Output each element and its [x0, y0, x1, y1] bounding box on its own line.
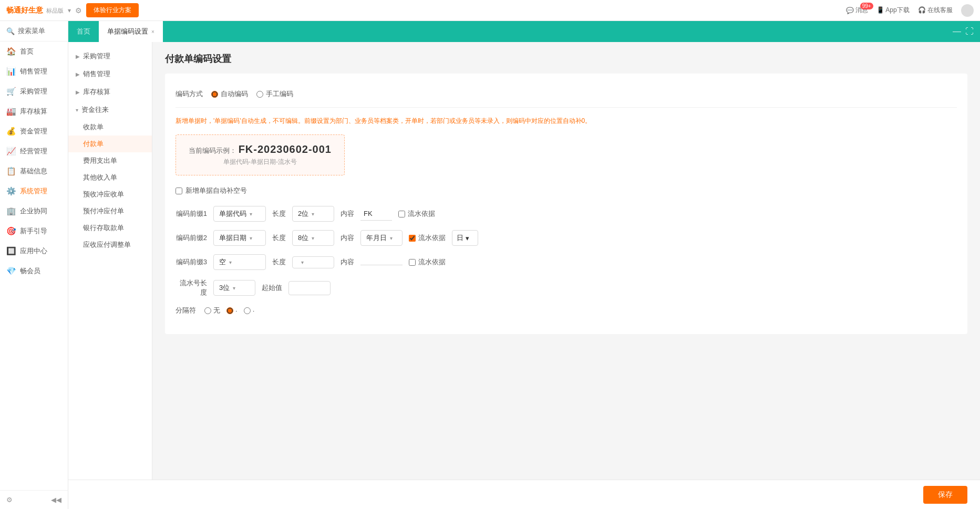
nav-item-other-income[interactable]: 其他收入单: [68, 169, 152, 186]
online-service-button[interactable]: 🎧 在线客服: [918, 6, 953, 15]
sidebar-item-operation[interactable]: 📈 经营管理: [0, 141, 68, 161]
left-nav: ▶ 采购管理 ▶ 销售管理 ▶ 库存核算 ▾ 资金往来 收款单 付款单 费用支出…: [68, 42, 152, 480]
prefix3-watermark-checkbox[interactable]: [409, 259, 416, 266]
prefix2-content-select[interactable]: 年月日 ▾: [360, 230, 403, 246]
nav-item-pre-receive[interactable]: 预收冲应收单: [68, 186, 152, 203]
nav-item-payment[interactable]: 付款单: [68, 136, 152, 152]
prefix3-type-select[interactable]: 空 ▾: [213, 254, 266, 270]
nav-item-pre-pay[interactable]: 预付冲应付单: [68, 203, 152, 220]
nav-group-inventory[interactable]: ▶ 库存核算: [68, 83, 152, 101]
top-bar-left: 畅通好生意 标品版 ▾ ⚙ 体验行业方案: [6, 3, 841, 17]
separator-row: 分隔符 无 · ·: [176, 306, 957, 315]
page-title: 付款单编码设置: [165, 53, 967, 65]
minimize-icon[interactable]: —: [953, 27, 961, 36]
sidebar-item-purchase[interactable]: 🛒 采购管理: [0, 81, 68, 101]
sidebar-item-finance[interactable]: 💰 资金管理: [0, 121, 68, 141]
encode-method-label: 编码方式: [176, 89, 203, 99]
sidebar-gear-icon[interactable]: ⚙: [6, 496, 13, 504]
tab-encoding-settings[interactable]: 单据编码设置 ×: [99, 21, 163, 42]
home-icon: 🏠: [6, 47, 16, 56]
nav-item-bank[interactable]: 银行存取款单: [68, 220, 152, 236]
prefix1-row: 编码前缀1 单据代码 ▾ 长度 2位 ▾ 内容 FK: [176, 206, 957, 222]
system-icon: ⚙️: [6, 186, 16, 196]
tab-home[interactable]: 首页: [68, 21, 99, 42]
auto-fill-checkbox[interactable]: [176, 188, 182, 194]
prefix3-row: 编码前缀3 空 ▾ 长度 ▾ 内容: [176, 254, 957, 270]
sidebar-item-basic[interactable]: 📋 基础信息: [0, 161, 68, 181]
app-download-button[interactable]: 📱 App下载: [876, 6, 910, 15]
prefix2-content-label: 内容: [341, 233, 354, 243]
nav-group-finance[interactable]: ▾ 资金往来: [68, 101, 152, 119]
separator-label: 分隔符: [176, 306, 196, 315]
newbie-icon: 🎯: [6, 226, 16, 236]
finance-icon: 💰: [6, 127, 16, 136]
prefix2-period-select[interactable]: 日 ▾: [452, 230, 478, 246]
auto-fill-label: 新增单据自动补空号: [185, 186, 247, 195]
serial-length-select[interactable]: 3位 ▾: [213, 280, 255, 296]
tab-close-button[interactable]: ×: [151, 29, 154, 35]
prefix2-type-select[interactable]: 单据日期 ▾: [213, 230, 266, 246]
sidebar-item-enterprise[interactable]: 🏢 企业协同: [0, 201, 68, 221]
sidebar-item-member[interactable]: 💎 畅会员: [0, 261, 68, 281]
message-badge: 99+: [860, 3, 873, 9]
separator-dash-radio[interactable]: ·: [244, 307, 255, 315]
nav-item-adjustment[interactable]: 应收应付调整单: [68, 236, 152, 253]
encode-method-row: 编码方式 自动编码 手工编码: [176, 84, 957, 108]
prefix1-length-label: 长度: [272, 209, 286, 219]
sidebar-item-system[interactable]: ⚙️ 系统管理: [0, 181, 68, 201]
nav-group-sales[interactable]: ▶ 销售管理: [68, 65, 152, 83]
serial-start-label: 起始值: [262, 283, 282, 293]
auto-code-radio[interactable]: 自动编码: [211, 89, 248, 99]
nav-item-expense[interactable]: 费用支出单: [68, 152, 152, 169]
code-example-value: FK-20230602-001: [239, 143, 332, 155]
serial-row: 流水号长度 3位 ▾ 起始值 1: [176, 278, 957, 297]
search-icon: 🔍: [6, 27, 15, 35]
manual-code-radio[interactable]: 手工编码: [256, 89, 293, 99]
tab-bar: 首页 单据编码设置 × — ⛶: [68, 21, 980, 42]
prefix1-type-select[interactable]: 单据代码 ▾: [213, 206, 266, 222]
gear-icon[interactable]: ⚙: [75, 6, 82, 15]
nav-group-purchase[interactable]: ▶ 采购管理: [68, 47, 152, 65]
nav-arrow-finance: ▾: [76, 107, 78, 113]
serial-start-input[interactable]: 1: [288, 281, 331, 295]
separator-none-radio[interactable]: 无: [204, 306, 220, 315]
main-layout: 🔍 搜索菜单 🏠 首页 📊 销售管理 🛒 采购管理 🏭 库存核算 💰 资金管理 …: [0, 21, 980, 509]
separator-radio-group: 无 · ·: [204, 306, 254, 315]
user-avatar[interactable]: [961, 4, 974, 17]
sidebar-item-apps[interactable]: 🔲 应用中心: [0, 241, 68, 261]
prefix1-label: 编码前缀1: [176, 209, 207, 219]
prefix2-length-select[interactable]: 8位 ▾: [292, 230, 334, 246]
sidebar-collapse-icon[interactable]: ◀◀: [51, 496, 61, 504]
dropdown-arrow-icon[interactable]: ▾: [68, 7, 71, 14]
prefix1-length-select[interactable]: 2位 ▾: [292, 206, 334, 222]
separator-dot-radio[interactable]: ·: [226, 307, 238, 315]
prefix2-watermark-checkbox-label[interactable]: 流水依据: [409, 233, 446, 243]
sidebar-item-home[interactable]: 🏠 首页: [0, 41, 68, 61]
prefix2-watermark-checkbox[interactable]: [409, 235, 416, 242]
experience-button[interactable]: 体验行业方案: [86, 3, 139, 17]
prefix3-length-select[interactable]: ▾: [292, 256, 334, 268]
prefix1-watermark-checkbox[interactable]: [398, 211, 405, 217]
operation-icon: 📈: [6, 147, 16, 156]
nav-item-receipt[interactable]: 收款单: [68, 119, 152, 136]
code-example-label: 当前编码示例： FK-20230602-001: [189, 143, 332, 155]
apps-icon: 🔲: [6, 246, 16, 256]
prefix3-content-label: 内容: [341, 257, 354, 267]
prefix2-select-arrow: ▾: [250, 235, 252, 241]
maximize-icon[interactable]: ⛶: [965, 27, 974, 36]
purchase-icon: 🛒: [6, 87, 16, 96]
basic-icon: 📋: [6, 167, 16, 176]
sales-icon: 📊: [6, 67, 16, 76]
save-button[interactable]: 保存: [923, 486, 967, 504]
sidebar-item-inventory[interactable]: 🏭 库存核算: [0, 101, 68, 121]
prefix3-label: 编码前缀3: [176, 257, 207, 267]
sidebar-item-sales[interactable]: 📊 销售管理: [0, 61, 68, 81]
message-button[interactable]: 💬 消息 99+: [846, 6, 868, 15]
prefix1-watermark-checkbox-label[interactable]: 流水依据: [398, 209, 435, 219]
prefix3-watermark-checkbox-label[interactable]: 流水依据: [409, 257, 446, 267]
sidebar-item-newbie[interactable]: 🎯 新手引导: [0, 221, 68, 241]
prefix1-select-arrow: ▾: [250, 211, 252, 217]
member-icon: 💎: [6, 266, 16, 276]
search-menu-button[interactable]: 🔍 搜索菜单: [0, 21, 68, 41]
code-desc: 单据代码-单据日期-流水号: [189, 158, 332, 167]
